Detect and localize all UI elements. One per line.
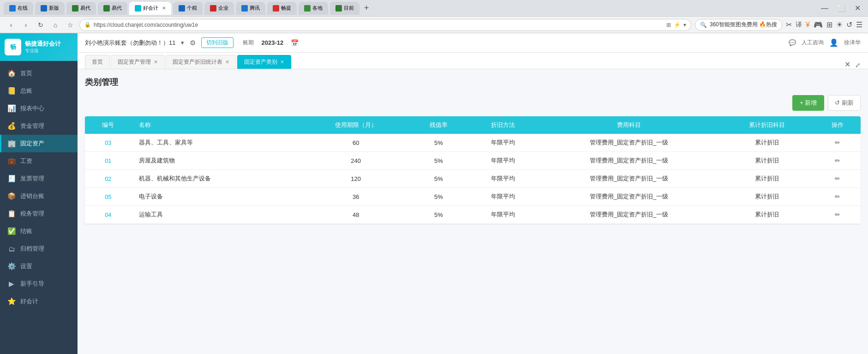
browser-tab-xinban[interactable]: 新版 bbox=[35, 2, 65, 15]
cell-code: 02 bbox=[85, 170, 132, 188]
edit-icon[interactable]: ✏ bbox=[835, 157, 840, 164]
sidebar-item-reports[interactable]: 📊 报表中心 bbox=[0, 100, 78, 117]
account-name: 刘小艳演示账套（勿删勿动！）11 bbox=[85, 39, 175, 47]
browser-tab-haokuaiji[interactable]: 好会计 ✕ bbox=[129, 2, 171, 15]
tab-label: 易代 bbox=[112, 5, 122, 12]
bookmark-button[interactable]: ☆ bbox=[65, 19, 76, 30]
new-tab-btn[interactable]: + bbox=[361, 3, 372, 13]
maximize-icon[interactable]: ⬜ bbox=[834, 5, 849, 12]
sidebar-item-settle[interactable]: ✅ 结账 bbox=[0, 222, 78, 240]
tab-label: 畅提 bbox=[281, 5, 291, 12]
sidebar-label-funds: 资金管理 bbox=[20, 122, 44, 130]
dropdown-account-icon[interactable]: ▾ bbox=[181, 39, 184, 46]
close-tab-fixed-cat-icon[interactable]: ✕ bbox=[280, 59, 284, 65]
add-button[interactable]: + 新增 bbox=[792, 95, 824, 111]
wallet-icon[interactable]: ¥ bbox=[806, 21, 810, 29]
table-header: 编号 名称 使用期限（月） 残值率 折旧方法 费用科目 累计折旧科目 操作 bbox=[85, 116, 861, 134]
edit-icon[interactable]: ✏ bbox=[835, 175, 840, 182]
browser-tab-geshui[interactable]: 个税 bbox=[173, 2, 203, 15]
period-value: 2023-12 bbox=[261, 39, 283, 46]
search-text: 360智能抠图免费用 🔥热搜 bbox=[710, 21, 777, 29]
url-text: https://cloud.chanjet.com/accounting/uw1… bbox=[94, 22, 664, 28]
browser-tab-yidai2[interactable]: 易代 bbox=[98, 2, 127, 15]
tab-fixed-asset-mgr[interactable]: 固定资产管理 ✕ bbox=[111, 55, 165, 69]
sidebar-item-ledger[interactable]: 📒 总账 bbox=[0, 82, 78, 100]
sidebar-label-ledger: 总账 bbox=[20, 87, 32, 95]
scissors-icon[interactable]: ✂ bbox=[786, 20, 792, 29]
switch-to-old-btn[interactable]: 切到旧版 bbox=[201, 37, 233, 48]
sidebar-item-home[interactable]: 🏠 首页 bbox=[0, 65, 78, 82]
sidebar-item-tax[interactable]: 📋 税务管理 bbox=[0, 205, 78, 222]
table-row: 05 电子设备 36 5% 年限平均 管理费用_固定资产折旧_一级 累计折旧 ✏ bbox=[85, 188, 861, 206]
forward-button[interactable]: › bbox=[20, 19, 31, 30]
tab-fixed-asset-cat[interactable]: 固定资产类别 ✕ bbox=[237, 55, 291, 69]
table-row: 04 运输工具 48 5% 年限平均 管理费用_固定资产折旧_一级 累计折旧 ✏ bbox=[85, 206, 861, 224]
close-tab-fixed-mgr-icon[interactable]: ✕ bbox=[154, 59, 158, 65]
sidebar-item-invoice[interactable]: 🧾 发票管理 bbox=[0, 170, 78, 187]
sidebar-item-salary[interactable]: 💼 工资 bbox=[0, 152, 78, 170]
dropdown-icon[interactable]: ▾ bbox=[683, 22, 686, 28]
browser-tab-tengxun[interactable]: 腾讯 bbox=[236, 2, 265, 15]
close-window-icon[interactable]: ✕ bbox=[851, 4, 864, 12]
sidebar-label-settle: 结账 bbox=[20, 227, 32, 235]
menu-icon[interactable]: ☰ bbox=[856, 20, 862, 29]
brightness-icon[interactable]: ☀ bbox=[836, 20, 843, 29]
browser-tab-gedi[interactable]: 各地 bbox=[299, 2, 328, 15]
settings-cog-icon[interactable]: ⚙ bbox=[190, 39, 196, 47]
home-button[interactable]: ⌂ bbox=[50, 19, 61, 30]
cell-method: 年限平均 bbox=[468, 134, 539, 152]
translate-icon[interactable]: 译 bbox=[796, 21, 802, 29]
cell-action: ✏ bbox=[814, 188, 861, 206]
address-bar[interactable]: 🔒 https://cloud.chanjet.com/accounting/u… bbox=[79, 19, 691, 31]
grid-icon[interactable]: ⊞ bbox=[826, 20, 832, 29]
tab-fixed-asset-dep[interactable]: 固定资产折旧统计表 ✕ bbox=[166, 55, 236, 69]
expand-page-icon[interactable]: ⤢ bbox=[855, 61, 861, 69]
tab-label: 在线 bbox=[18, 5, 28, 12]
refresh-button[interactable]: ↺ 刷新 bbox=[828, 95, 861, 111]
browser-tab-muqian[interactable]: 目前 bbox=[330, 2, 359, 15]
guide-icon: ▶ bbox=[7, 280, 16, 288]
consult-label[interactable]: 人工咨询 bbox=[802, 39, 824, 47]
table-body: 03 器具、工具、家具等 60 5% 年限平均 管理费用_固定资产折旧_一级 累… bbox=[85, 134, 861, 224]
edit-icon[interactable]: ✏ bbox=[835, 211, 840, 218]
sidebar-label-invoice: 发票管理 bbox=[20, 174, 44, 183]
browser-tab-zaixin[interactable]: 在线 bbox=[4, 2, 33, 15]
close-page-icon[interactable]: ✕ bbox=[844, 60, 850, 69]
cell-residual: 5% bbox=[409, 152, 468, 170]
tab-label: 新版 bbox=[49, 5, 59, 12]
sidebar-item-settings[interactable]: ⚙️ 设置 bbox=[0, 258, 78, 275]
sidebar-item-archive[interactable]: 🗂 归档管理 bbox=[0, 240, 78, 258]
site-info-icon[interactable]: ⊞ bbox=[666, 22, 671, 28]
sidebar-label-reports: 报表中心 bbox=[20, 104, 44, 113]
reload-button[interactable]: ↻ bbox=[35, 19, 46, 30]
browser-tab-qiye[interactable]: 企业 bbox=[204, 2, 234, 15]
close-tab-fixed-dep-icon[interactable]: ✕ bbox=[225, 59, 229, 65]
tab-home[interactable]: 首页 bbox=[85, 55, 110, 69]
lightning-icon[interactable]: ⚡ bbox=[674, 22, 681, 28]
back-button[interactable]: ‹ bbox=[6, 19, 17, 30]
edit-icon[interactable]: ✏ bbox=[835, 193, 840, 200]
edit-icon[interactable]: ✏ bbox=[835, 139, 840, 146]
category-table: 编号 名称 使用期限（月） 残值率 折旧方法 费用科目 累计折旧科目 操作 03… bbox=[85, 116, 861, 224]
tab-label: 各地 bbox=[312, 5, 323, 12]
ssl-lock-icon: 🔒 bbox=[84, 22, 91, 28]
browser-tab-changti[interactable]: 畅提 bbox=[267, 2, 297, 15]
sidebar-item-more[interactable]: ⭐ 好会计 bbox=[0, 293, 78, 310]
sidebar-item-funds[interactable]: 💰 资金管理 bbox=[0, 117, 78, 135]
browser-toolbar: ‹ › ↻ ⌂ ☆ 🔒 https://cloud.chanjet.com/ac… bbox=[0, 17, 868, 33]
cell-months: 36 bbox=[302, 188, 409, 206]
browser-tab-yidai1[interactable]: 易代 bbox=[66, 2, 96, 15]
calendar-icon[interactable]: 📅 bbox=[291, 39, 299, 47]
search-bar[interactable]: 🔍 360智能抠图免费用 🔥热搜 bbox=[695, 19, 782, 31]
sidebar-item-inventory[interactable]: 📦 进销台账 bbox=[0, 187, 78, 205]
minimize-icon[interactable]: — bbox=[817, 4, 832, 12]
ledger-icon: 📒 bbox=[7, 87, 16, 95]
sidebar-item-fixed-assets[interactable]: 🏢 固定资产 bbox=[0, 135, 78, 152]
cell-residual: 5% bbox=[409, 206, 468, 224]
close-tab-icon[interactable]: ✕ bbox=[162, 6, 166, 11]
cell-name: 房屋及建筑物 bbox=[132, 152, 303, 170]
undo-icon[interactable]: ↺ bbox=[846, 20, 852, 29]
sidebar-item-guide[interactable]: ▶ 新手引导 bbox=[0, 275, 78, 293]
game-icon[interactable]: 🎮 bbox=[814, 20, 823, 29]
inventory-icon: 📦 bbox=[7, 192, 16, 200]
